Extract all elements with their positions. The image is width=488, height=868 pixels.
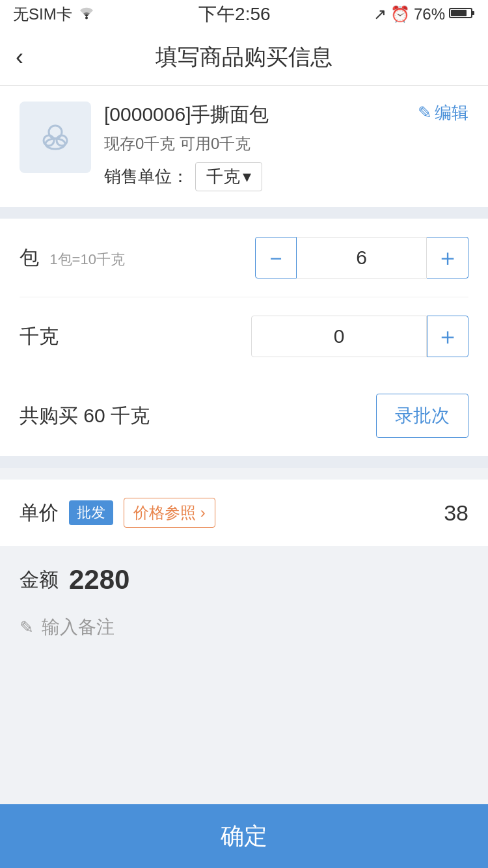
product-card: [0000006]手撕面包 现存0千克 可用0千克 销售单位： 千克 ▾ ✎ 编… bbox=[0, 86, 488, 207]
product-name: [0000006]手撕面包 bbox=[104, 102, 468, 128]
svg-point-0 bbox=[85, 17, 88, 20]
divider-2 bbox=[0, 456, 488, 468]
total-text: 共购买 60 千克 bbox=[20, 403, 150, 429]
edit-button[interactable]: ✎ 编辑 bbox=[418, 102, 468, 124]
battery-percent: 76% bbox=[414, 5, 445, 23]
remark-row[interactable]: ✎ 输入备注 bbox=[20, 608, 468, 659]
bag-qty-control: － ＋ bbox=[255, 237, 468, 278]
product-image bbox=[20, 102, 91, 173]
carrier-text: 无SIM卡 bbox=[13, 4, 72, 25]
status-time: 下午2:56 bbox=[198, 2, 271, 27]
edit-icon: ✎ bbox=[418, 103, 432, 123]
amount-label: 金额 bbox=[20, 567, 59, 593]
bag-sublabel: 1包=10千克 bbox=[49, 251, 125, 267]
back-button[interactable]: ‹ bbox=[16, 44, 23, 71]
kg-qty-input[interactable] bbox=[251, 316, 427, 357]
edit-label: 编辑 bbox=[435, 102, 468, 124]
status-left: 无SIM卡 bbox=[13, 4, 96, 25]
remark-icon: ✎ bbox=[20, 617, 34, 638]
divider-1 bbox=[0, 207, 488, 219]
price-section: 单价 批发 价格参照 › 38 bbox=[0, 480, 488, 546]
status-right: ↗ ⏰ 76% bbox=[373, 5, 475, 23]
status-bar: 无SIM卡 下午2:56 ↗ ⏰ 76% bbox=[0, 0, 488, 29]
batch-button[interactable]: 录批次 bbox=[376, 394, 468, 438]
kg-label: 千克 bbox=[20, 323, 251, 350]
wifi-icon bbox=[77, 5, 96, 23]
battery-icon bbox=[449, 5, 475, 23]
product-info: [0000006]手撕面包 现存0千克 可用0千克 销售单位： 千克 ▾ bbox=[104, 102, 468, 191]
input-section: 包 1包=10千克 － ＋ 千克 ＋ bbox=[0, 219, 488, 375]
confirm-button[interactable]: 确定 bbox=[0, 804, 488, 868]
batch-tag: 批发 bbox=[69, 500, 113, 525]
product-stock: 现存0千克 可用0千克 bbox=[104, 133, 468, 154]
page-title: 填写商品购买信息 bbox=[156, 42, 332, 72]
amount-value: 2280 bbox=[69, 564, 129, 595]
bag-row: 包 1包=10千克 － ＋ bbox=[20, 219, 468, 297]
price-value: 38 bbox=[444, 500, 468, 526]
bag-qty-input[interactable] bbox=[297, 237, 427, 278]
price-ref-button[interactable]: 价格参照 › bbox=[124, 498, 215, 528]
amount-row: 金额 2280 bbox=[20, 564, 468, 595]
svg-rect-2 bbox=[472, 11, 474, 15]
unit-select[interactable]: 千克 ▾ bbox=[195, 162, 262, 191]
kg-plus-button[interactable]: ＋ bbox=[427, 316, 468, 357]
alarm-icon: ⏰ bbox=[390, 5, 410, 23]
amount-section: 金额 2280 ✎ 输入备注 bbox=[0, 546, 488, 659]
location-icon: ↗ bbox=[373, 5, 386, 23]
bag-plus-button[interactable]: ＋ bbox=[427, 237, 468, 278]
bag-label: 包 1包=10千克 bbox=[20, 245, 255, 271]
bag-minus-button[interactable]: － bbox=[255, 237, 297, 278]
product-unit: 销售单位： 千克 ▾ bbox=[104, 162, 468, 191]
kg-qty-control: ＋ bbox=[251, 316, 468, 357]
svg-point-7 bbox=[46, 139, 65, 149]
remark-placeholder: 输入备注 bbox=[42, 615, 115, 640]
total-section: 共购买 60 千克 录批次 bbox=[0, 375, 488, 456]
unit-label: 销售单位： bbox=[104, 165, 189, 188]
svg-rect-3 bbox=[451, 10, 467, 16]
price-label: 单价 bbox=[20, 500, 59, 526]
kg-row: 千克 ＋ bbox=[20, 297, 468, 375]
nav-bar: ‹ 填写商品购买信息 bbox=[0, 29, 488, 86]
